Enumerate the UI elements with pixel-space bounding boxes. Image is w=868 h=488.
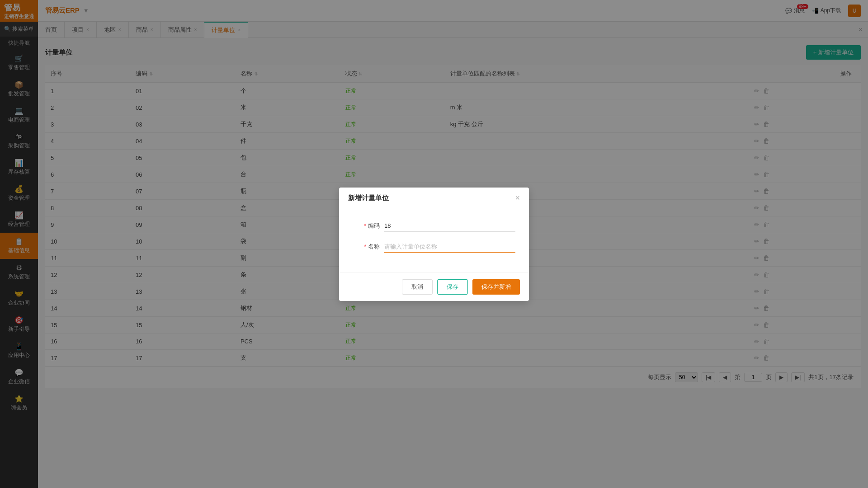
- name-label: 名称: [353, 243, 380, 251]
- code-label: 编码: [353, 222, 380, 230]
- modal-body: 编码 名称: [339, 209, 529, 272]
- modal-title: 新增计量单位: [348, 194, 389, 202]
- code-input[interactable]: [384, 220, 515, 232]
- add-unit-modal: 新增计量单位 × 编码 名称 取消 保存 保存并新增: [339, 188, 529, 301]
- modal-close-btn[interactable]: ×: [515, 194, 520, 202]
- name-input[interactable]: [384, 241, 515, 253]
- modal-footer: 取消 保存 保存并新增: [339, 272, 529, 301]
- cancel-button[interactable]: 取消: [402, 279, 433, 295]
- save-and-new-button[interactable]: 保存并新增: [472, 279, 520, 295]
- modal-overlay[interactable]: 新增计量单位 × 编码 名称 取消 保存 保存并新增: [0, 0, 868, 488]
- form-row-code: 编码: [353, 220, 515, 232]
- form-row-name: 名称: [353, 241, 515, 253]
- modal-header: 新增计量单位 ×: [339, 188, 529, 209]
- save-button[interactable]: 保存: [437, 279, 468, 295]
